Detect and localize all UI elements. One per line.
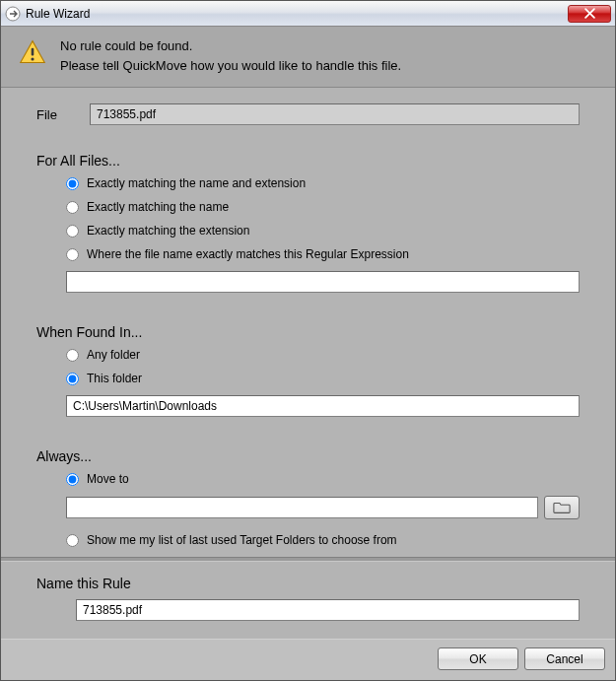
folder-icon [553, 501, 571, 514]
body-area: File 713855.pdf For All Files... Exactly… [1, 88, 615, 639]
radio-regex-input[interactable] [66, 248, 79, 261]
svg-point-2 [31, 57, 34, 60]
footer: OK Cancel [1, 639, 615, 678]
window-title: Rule Wizard [26, 7, 568, 21]
browse-button[interactable] [544, 496, 580, 519]
file-name-box: 713855.pdf [90, 103, 580, 125]
radio-move-to-input[interactable] [66, 473, 79, 486]
radio-any-folder-label: Any folder [87, 348, 140, 362]
radio-show-list-label: Show me my list of last used Target Fold… [87, 533, 397, 547]
radio-exact-ext-input[interactable] [66, 225, 79, 238]
radio-exact-name-input[interactable] [66, 201, 79, 214]
info-line-1: No rule could be found. [60, 36, 401, 56]
name-rule-heading: Name this Rule [36, 576, 570, 591]
close-button[interactable] [568, 5, 611, 23]
radio-exact-name[interactable]: Exactly matching the name [66, 200, 580, 214]
radio-exact-ext-label: Exactly matching the extension [87, 224, 249, 238]
ok-button[interactable]: OK [438, 647, 518, 670]
radio-show-list-input[interactable] [66, 534, 79, 547]
cancel-button[interactable]: Cancel [524, 647, 605, 670]
radio-this-folder-input[interactable] [66, 373, 79, 385]
always-heading: Always... [36, 448, 580, 464]
radio-exact-name-ext-label: Exactly matching the name and extension [87, 176, 306, 190]
radio-show-list[interactable]: Show me my list of last used Target Fold… [66, 533, 580, 547]
warning-icon [19, 38, 46, 66]
radio-exact-name-label: Exactly matching the name [87, 200, 229, 214]
radio-any-folder-input[interactable] [66, 349, 79, 362]
info-text: No rule could be found. Please tell Quic… [60, 36, 401, 75]
rule-name-input[interactable] [76, 599, 580, 621]
radio-exact-ext[interactable]: Exactly matching the extension [66, 224, 580, 238]
radio-move-to[interactable]: Move to [66, 472, 580, 486]
svg-rect-1 [32, 48, 34, 56]
app-icon [5, 6, 21, 22]
radio-move-to-label: Move to [87, 472, 129, 486]
info-line-2: Please tell QuickMove how you would like… [60, 56, 401, 76]
name-rule-section: Name this Rule [27, 562, 589, 629]
file-row: File 713855.pdf [36, 103, 580, 125]
info-bar: No rule could be found. Please tell Quic… [1, 27, 615, 88]
radio-exact-name-ext-input[interactable] [66, 177, 79, 190]
file-label: File [36, 107, 70, 122]
radio-exact-name-ext[interactable]: Exactly matching the name and extension [66, 176, 580, 190]
radio-regex[interactable]: Where the file name exactly matches this… [66, 247, 580, 261]
rule-wizard-window: Rule Wizard No rule could be found. Plea… [0, 0, 616, 681]
titlebar[interactable]: Rule Wizard [1, 1, 615, 27]
radio-this-folder[interactable]: This folder [66, 372, 580, 385]
found-in-heading: When Found In... [36, 324, 580, 340]
radio-regex-label: Where the file name exactly matches this… [87, 247, 409, 261]
move-to-input[interactable] [66, 497, 538, 518]
folder-input[interactable] [66, 395, 580, 417]
radio-any-folder[interactable]: Any folder [66, 348, 580, 362]
regex-input[interactable] [66, 271, 580, 293]
for-all-heading: For All Files... [36, 153, 580, 169]
radio-this-folder-label: This folder [87, 372, 142, 385]
